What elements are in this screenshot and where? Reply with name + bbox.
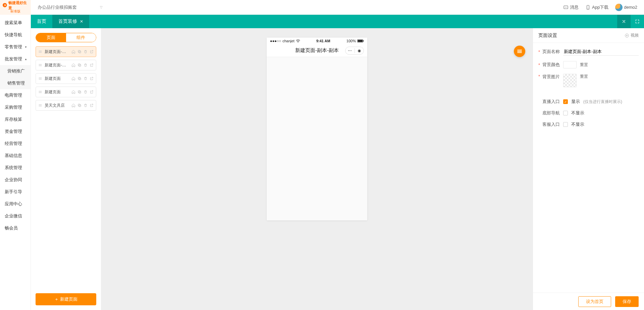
user-menu[interactable]: demo2 [615, 4, 637, 11]
add-page-button[interactable]: ＋ 新建页面 [36, 293, 96, 305]
page-list: 新建页面-副本...新建页面-副本新建页面新建页面昊天文具店 [36, 46, 96, 290]
nav-item[interactable]: 基础信息 [0, 150, 31, 162]
bg-color-reset[interactable]: 重置 [580, 62, 588, 68]
phone-time: 9:41 AM [316, 39, 330, 43]
home-icon[interactable] [71, 49, 76, 54]
close-icon[interactable]: ✕ [80, 19, 83, 24]
share-icon[interactable] [89, 76, 94, 81]
page-row[interactable]: 新建页面 [36, 87, 96, 97]
share-icon[interactable] [89, 103, 94, 108]
home-icon[interactable] [71, 90, 76, 94]
page-row[interactable]: 新建页面-副本 [36, 60, 96, 70]
drag-handle-icon[interactable] [38, 76, 43, 81]
topbar-right: 消息 App下载 demo2 [563, 4, 644, 11]
service-entry-checkbox[interactable] [563, 122, 568, 127]
svg-rect-14 [79, 105, 81, 107]
home-icon[interactable] [71, 76, 76, 81]
page-row[interactable]: 新建页面 [36, 73, 96, 84]
copy-icon[interactable] [77, 76, 82, 81]
nav-item[interactable]: 批发管理▲ [0, 53, 31, 65]
close-icon [622, 19, 626, 24]
svg-point-5 [588, 8, 588, 9]
svg-rect-19 [363, 40, 364, 42]
share-icon[interactable] [89, 90, 94, 94]
nav-item[interactable]: 采购管理 [0, 101, 31, 113]
tabs-bar: 首页 首页装修 ✕ [31, 15, 644, 28]
drag-handle-icon[interactable] [38, 103, 43, 108]
drag-handle-icon[interactable] [38, 90, 43, 94]
phone-title: 新建页面-副本-副本 [295, 47, 339, 54]
message-button[interactable]: 消息 [563, 4, 579, 10]
bg-image-label: 背景图片 [542, 74, 563, 80]
page-row[interactable]: 新建页面-副本... [36, 46, 96, 57]
segment-page[interactable]: 页面 [36, 33, 66, 42]
copy-icon[interactable] [77, 90, 82, 94]
fullscreen-button[interactable] [631, 15, 644, 28]
copy-icon[interactable] [77, 49, 82, 54]
nav-subitem[interactable]: 销售管理 [0, 77, 31, 89]
set-home-button[interactable]: 设为首页 [578, 296, 611, 307]
nav-item[interactable]: 系统管理 [0, 162, 31, 174]
drag-handle-icon[interactable] [38, 49, 43, 54]
nav-item[interactable]: 快捷导航 [0, 29, 31, 41]
bg-image-swatch[interactable] [563, 74, 577, 87]
account-set-select[interactable]: 办公品行业模拟账套 ▽ [35, 2, 105, 12]
segment-component[interactable]: 组件 [66, 33, 96, 42]
nav-item[interactable]: 畅会员 [0, 222, 31, 234]
capsule-menu-icon[interactable]: ⋯ [345, 48, 355, 53]
nav-item[interactable]: 搜索菜单 [0, 17, 31, 29]
nav-item[interactable]: 库存核算 [0, 113, 31, 125]
copy-icon[interactable] [77, 103, 82, 108]
trash-icon[interactable] [83, 103, 88, 108]
nav-item[interactable]: 零售管理▼ [0, 41, 31, 53]
app-download-button[interactable]: App下载 [585, 4, 608, 10]
svg-point-1 [565, 7, 565, 7]
nav-item[interactable]: 电商管理 [0, 89, 31, 101]
trash-icon[interactable] [83, 90, 88, 94]
nav-item[interactable]: 企业微信 [0, 210, 31, 222]
brand-glyph-icon [2, 2, 8, 8]
svg-point-16 [298, 42, 298, 43]
bottom-nav-checkbox[interactable] [563, 111, 568, 115]
capsule-close-icon[interactable]: ◉ [355, 48, 364, 53]
nav-item[interactable]: 企业协同 [0, 174, 31, 186]
menu-fab[interactable] [514, 46, 525, 57]
trash-icon[interactable] [83, 49, 88, 54]
tab-home[interactable]: 首页 [31, 15, 52, 28]
caret-up-icon: ▲ [24, 58, 27, 61]
save-button[interactable]: 保存 [615, 296, 639, 307]
svg-rect-10 [79, 78, 81, 80]
nav-item[interactable]: 资金管理 [0, 125, 31, 138]
home-icon[interactable] [71, 103, 76, 108]
share-icon[interactable] [89, 63, 94, 67]
page-row[interactable]: 昊天文具店 [36, 100, 96, 111]
share-icon[interactable] [89, 49, 94, 54]
copy-icon[interactable] [77, 63, 82, 67]
tabs-close-all[interactable] [617, 15, 631, 28]
service-entry-label: 客服入口 [542, 121, 563, 127]
miniapp-capsule[interactable]: ⋯ ◉ [345, 47, 364, 55]
page-name-input[interactable] [563, 48, 639, 56]
settings-panel: 页面设置 视频 * 页面名称 * 背景颜色 [533, 28, 644, 310]
nav-subitem[interactable]: 营销推广 [0, 65, 31, 77]
page-name: 新建页面-副本... [45, 49, 69, 55]
nav-item[interactable]: 经营管理 [0, 138, 31, 150]
app-download-label: App下载 [592, 4, 608, 10]
page-name: 新建页面-副本 [45, 62, 69, 68]
nav-item[interactable]: 新手引导 [0, 186, 31, 198]
svg-point-2 [566, 7, 566, 7]
video-label: 视频 [631, 33, 639, 38]
message-label: 消息 [570, 4, 579, 10]
live-entry-checkbox[interactable]: ✓ [563, 99, 568, 104]
trash-icon[interactable] [83, 76, 88, 81]
video-help-button[interactable]: 视频 [625, 33, 639, 38]
bg-color-swatch[interactable] [563, 61, 577, 68]
nav-item[interactable]: 应用中心 [0, 198, 31, 210]
tab-decor-label: 首页装修 [58, 18, 77, 24]
drag-handle-icon[interactable] [38, 63, 43, 67]
logo[interactable]: 畅捷通好生意 标准版 [0, 0, 31, 15]
trash-icon[interactable] [83, 63, 88, 67]
tab-decor[interactable]: 首页装修 ✕ [52, 15, 89, 28]
home-icon[interactable] [71, 63, 76, 67]
bg-image-reset[interactable]: 重置 [580, 74, 588, 80]
